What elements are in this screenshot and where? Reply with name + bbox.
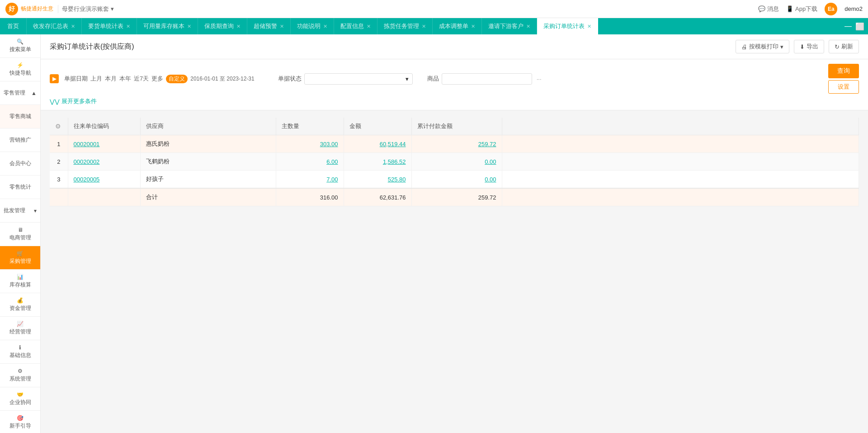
expand-more-btn[interactable]: ⋁⋁ 展开更多条件	[50, 97, 859, 105]
company-name: 母婴行业演示账套	[62, 5, 109, 13]
row-index-1: 2	[50, 153, 68, 171]
paid-link-1[interactable]: 0.00	[485, 158, 496, 165]
custom-badge[interactable]: 自定义	[166, 75, 188, 83]
sidebar-item-guide[interactable]: 🎯 新手引导	[0, 411, 40, 433]
gear-icon[interactable]: ⚙	[55, 123, 61, 130]
code-link-1[interactable]: 00020002	[74, 158, 100, 165]
qty-link-0[interactable]: 303.00	[320, 141, 338, 148]
sidebar-item-retail-mgmt[interactable]: 零售管理 ▲	[0, 81, 40, 105]
sidebar-label-ecommerce: 电商管理	[9, 234, 31, 242]
sidebar-label-inventory: 库存核算	[9, 281, 31, 289]
code-link-2[interactable]: 00020005	[74, 176, 100, 183]
sidebar-item-marketing[interactable]: 营销推广	[0, 128, 40, 152]
close-icon[interactable]: ✕	[187, 24, 191, 29]
tab-home[interactable]: 首页	[0, 18, 27, 34]
user-avatar[interactable]: Ea	[825, 3, 837, 15]
close-icon[interactable]: ✕	[126, 24, 130, 29]
sidebar-item-operations[interactable]: 📈 经营管理	[0, 317, 40, 340]
sidebar-item-search[interactable]: 🔍 搜索菜单	[0, 34, 40, 58]
close-icon[interactable]: ✕	[323, 24, 327, 29]
sidebar-item-shortcut[interactable]: ⚡ 快捷导航	[0, 58, 40, 81]
row-supplier-0: 惠氏奶粉	[140, 135, 276, 153]
maximize-icon[interactable]: ⬜	[855, 22, 864, 31]
table-row: 1 00020001 惠氏奶粉 303.00 60,519.44 259.72	[50, 135, 859, 153]
close-icon[interactable]: ✕	[71, 24, 75, 29]
close-icon[interactable]: ✕	[367, 24, 371, 29]
row-supplier-1: 飞鹤奶粉	[140, 153, 276, 171]
filter-status-item: 单据状态 ▾	[278, 73, 413, 85]
close-icon[interactable]: ✕	[587, 24, 591, 29]
sidebar-item-enterprise[interactable]: 🤝 企业协同	[0, 387, 40, 411]
amount-link-2[interactable]: 525.80	[388, 176, 406, 183]
sidebar-item-retail-stats[interactable]: 零售统计	[0, 176, 40, 199]
sidebar: 🔍 搜索菜单 ⚡ 快捷导航 零售管理 ▲ 零售商城 营销推广 会员中心 零售统计…	[0, 34, 41, 433]
export-button[interactable]: ⬇ 导出	[794, 40, 824, 53]
table-header-row: ⚙ 往来单位编码 供应商 主数量 金额 累计付款金额	[50, 118, 859, 135]
template-print-button[interactable]: 🖨 按模板打印 ▾	[736, 40, 789, 53]
toggle-filter-icon[interactable]: ▶	[50, 74, 59, 83]
tab-chaochuyujing[interactable]: 超储预警 ✕	[247, 18, 291, 34]
qty-link-1[interactable]: 6.00	[326, 158, 338, 165]
table-row: 2 00020002 飞鹤奶粉 6.00 1,586.52 0.00	[50, 153, 859, 171]
sidebar-item-system[interactable]: ⚙ 系统管理	[0, 364, 40, 387]
sidebar-item-basic-info[interactable]: ℹ 基础信息	[0, 340, 40, 364]
tab-jianhuo[interactable]: 拣货任务管理 ✕	[377, 18, 433, 34]
close-icon[interactable]: ✕	[471, 24, 475, 29]
shortcut-more[interactable]: 更多	[151, 75, 163, 83]
goods-input[interactable]	[442, 73, 532, 85]
shortcut-this-year[interactable]: 本年	[119, 75, 131, 83]
col-header-amount: 金额	[344, 118, 411, 135]
refresh-button[interactable]: ↻ 刷新	[829, 40, 859, 53]
sidebar-item-retail-shop[interactable]: 零售商城	[0, 105, 40, 128]
close-icon[interactable]: ✕	[280, 24, 284, 29]
footer-label-cell: 合计	[140, 188, 276, 206]
row-code-0: 00020001	[68, 135, 140, 153]
filter-date-item: 单据日期 上月 本月 本年 近7天 更多 自定义 2016-01-01 至 20…	[64, 75, 255, 83]
goods-more-icon[interactable]: ···	[537, 76, 542, 82]
sidebar-item-finance[interactable]: 💰 资金管理	[0, 293, 40, 317]
tab-caigou-active[interactable]: 采购订单统计表 ✕	[537, 18, 598, 34]
tab-baozhi[interactable]: 保质期查询 ✕	[198, 18, 247, 34]
tab-shoufacun[interactable]: 收发存汇总表 ✕	[27, 18, 82, 34]
sidebar-item-members[interactable]: 会员中心	[0, 152, 40, 176]
sidebar-item-purchase[interactable]: 🛒 采购管理	[0, 246, 40, 270]
amount-link-1[interactable]: 1,586.52	[383, 158, 406, 165]
shortcut-this-month[interactable]: 本月	[105, 75, 117, 83]
sidebar-item-inventory[interactable]: 📊 库存核算	[0, 270, 40, 293]
nav-tabs: 首页 收发存汇总表 ✕ 要货单统计表 ✕ 可用量库存账本 ✕ 保质期查询 ✕ 超…	[0, 18, 868, 34]
tab-keyongliang[interactable]: 可用量库存账本 ✕	[137, 18, 198, 34]
query-button[interactable]: 查询	[828, 64, 859, 78]
tab-peizhi[interactable]: 配置信息 ✕	[334, 18, 377, 34]
row-supplier-2: 好孩子	[140, 171, 276, 189]
company-selector[interactable]: 母婴行业演示账套 ▾	[58, 5, 118, 13]
tab-yaohuo[interactable]: 要货单统计表 ✕	[82, 18, 137, 34]
app-download-action[interactable]: 📱 App下载	[786, 5, 817, 13]
close-icon[interactable]: ✕	[236, 24, 241, 29]
shortcut-7days[interactable]: 近7天	[134, 75, 149, 83]
footer-paid-cell: 259.72	[411, 188, 502, 206]
paid-link-2[interactable]: 0.00	[485, 176, 496, 183]
tab-chengben[interactable]: 成本调整单 ✕	[433, 18, 482, 34]
expand-label: 展开更多条件	[61, 97, 97, 105]
shortcut-last-month[interactable]: 上月	[90, 75, 102, 83]
message-action[interactable]: 💬 消息	[758, 5, 779, 13]
settings-button[interactable]: 设置	[828, 80, 859, 94]
row-index-2: 3	[50, 171, 68, 189]
row-extra-1	[502, 153, 859, 171]
code-link-0[interactable]: 00020001	[74, 141, 100, 148]
paid-link-0[interactable]: 259.72	[478, 141, 496, 148]
close-icon[interactable]: ✕	[422, 24, 426, 29]
tab-gongneng[interactable]: 功能说明 ✕	[291, 18, 334, 34]
amount-link-0[interactable]: 60,519.44	[380, 141, 406, 148]
logo-icon: 好	[5, 3, 18, 15]
col-header-supplier: 供应商	[140, 118, 276, 135]
tab-yaoqing[interactable]: 邀请下游客户 ✕	[482, 18, 537, 34]
minimize-icon[interactable]: —	[844, 22, 852, 30]
close-icon[interactable]: ✕	[526, 24, 530, 29]
logo-text: 畅捷通好生意	[21, 5, 53, 12]
row-qty-0: 303.00	[276, 135, 344, 153]
status-select[interactable]: ▾	[304, 73, 413, 85]
sidebar-item-ecommerce[interactable]: 🖥 电商管理	[0, 223, 40, 246]
sidebar-item-wholesale[interactable]: 批发管理 ▾	[0, 199, 40, 223]
qty-link-2[interactable]: 7.00	[326, 176, 338, 183]
